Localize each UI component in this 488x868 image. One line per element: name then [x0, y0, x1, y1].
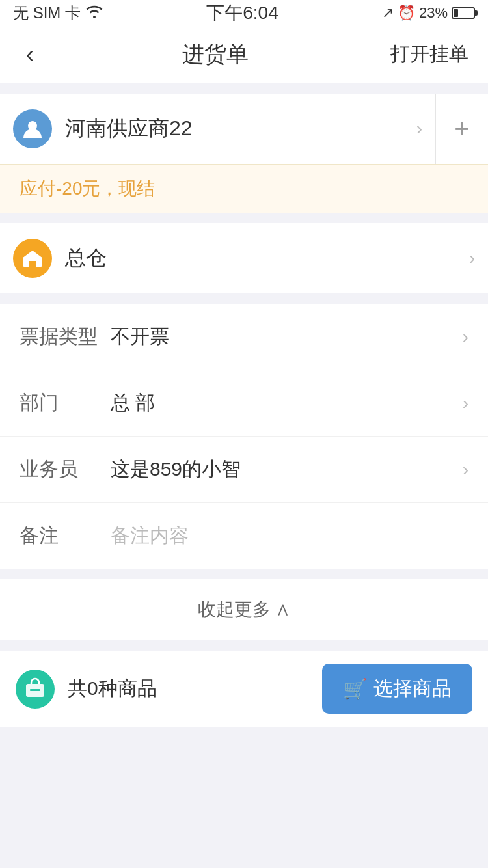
- supplier-name: 河南供应商22: [65, 115, 410, 143]
- chevron-right-icon: ›: [416, 118, 422, 139]
- nav-bar: ‹ 进货单 打开挂单: [0, 26, 488, 83]
- content: 河南供应商22 › + 应付-20元，现结 总仓 › 票据类型 不开票 › 部门: [0, 94, 488, 868]
- salesperson-value: 这是859的小智: [111, 456, 456, 483]
- battery-label: 23%: [419, 5, 448, 21]
- status-time: 下午6:04: [206, 1, 278, 25]
- invoice-value: 不开票: [111, 323, 456, 350]
- chevron-right-icon: ›: [469, 248, 475, 269]
- supplier-selector[interactable]: 河南供应商22 ›: [0, 94, 436, 164]
- remark-input[interactable]: 备注内容: [111, 522, 468, 549]
- invoice-type-row[interactable]: 票据类型 不开票 ›: [0, 304, 488, 370]
- department-label: 部门: [20, 390, 111, 416]
- open-pending-button[interactable]: 打开挂单: [390, 41, 468, 68]
- remark-label: 备注: [20, 522, 111, 549]
- chevron-right-icon: ›: [463, 393, 468, 414]
- collapse-label: 收起更多 ∧: [198, 597, 291, 622]
- select-product-button[interactable]: 🛒 选择商品: [322, 664, 472, 714]
- form-section: 票据类型 不开票 › 部门 总 部 › 业务员 这是859的小智 › 备注 备注…: [0, 304, 488, 569]
- status-left: 无 SIM 卡: [13, 3, 103, 23]
- page-title: 进货单: [182, 40, 249, 70]
- empty-area: [0, 727, 488, 868]
- alarm-icon: ⏰: [398, 5, 415, 21]
- svg-rect-4: [30, 689, 40, 691]
- warehouse-name: 总仓: [65, 244, 463, 273]
- salesperson-row[interactable]: 业务员 这是859的小智 ›: [0, 437, 488, 503]
- cart-icon: 🛒: [343, 677, 367, 700]
- svg-point-0: [28, 121, 37, 130]
- carrier-label: 无 SIM 卡: [13, 3, 81, 23]
- department-value: 总 部: [111, 390, 456, 416]
- status-right: ↗ ⏰ 23%: [382, 5, 475, 21]
- product-bar: 共0种商品 🛒 选择商品: [0, 651, 488, 727]
- product-icon: [16, 670, 55, 709]
- select-product-label: 选择商品: [373, 675, 452, 702]
- invoice-label: 票据类型: [20, 323, 111, 350]
- notice-bar: 应付-20元，现结: [0, 164, 488, 213]
- collapse-button[interactable]: 收起更多 ∧: [0, 579, 488, 640]
- chevron-right-icon: ›: [463, 327, 468, 347]
- product-count: 共0种商品: [68, 675, 309, 702]
- wifi-icon: [86, 4, 103, 22]
- location-icon: ↗: [382, 5, 394, 21]
- battery-icon: [452, 7, 475, 19]
- warehouse-icon: [13, 239, 52, 278]
- add-supplier-button[interactable]: +: [436, 94, 488, 164]
- supplier-avatar: [13, 109, 52, 148]
- back-button[interactable]: ‹: [20, 34, 40, 75]
- notice-text: 应付-20元，现结: [20, 178, 155, 198]
- remark-row[interactable]: 备注 备注内容: [0, 503, 488, 569]
- supplier-section: 河南供应商22 › +: [0, 94, 488, 164]
- chevron-right-icon: ›: [463, 459, 468, 480]
- salesperson-label: 业务员: [20, 456, 111, 483]
- department-row[interactable]: 部门 总 部 ›: [0, 370, 488, 437]
- svg-rect-2: [29, 261, 36, 267]
- status-bar: 无 SIM 卡 下午6:04 ↗ ⏰ 23%: [0, 0, 488, 26]
- warehouse-section[interactable]: 总仓 ›: [0, 223, 488, 293]
